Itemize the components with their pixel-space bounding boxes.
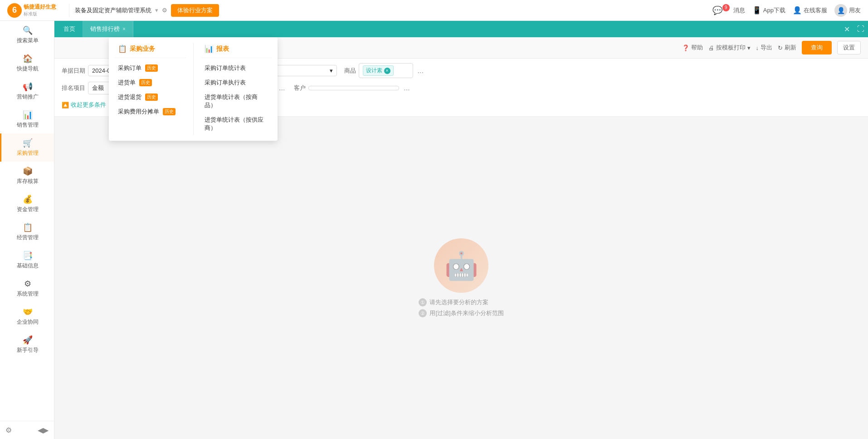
goods-tag-close[interactable]: ×: [384, 68, 390, 74]
export-icon: ↓: [756, 44, 759, 51]
empty-hint-1: ① 请先选择要分析的方案: [419, 298, 503, 306]
po-stat-label: 采购订单统计表: [205, 64, 246, 72]
basic-icon: 📑: [23, 251, 33, 261]
sidebar-item-sales[interactable]: 📊 销售管理: [0, 105, 54, 133]
operation-icon: 📋: [23, 222, 33, 232]
sidebar-collab-label: 企业协同: [17, 318, 39, 326]
tab-close-icon[interactable]: ×: [122, 26, 126, 32]
sidebar-item-collab[interactable]: 🤝 企业协同: [0, 302, 54, 330]
tab-expand-btn[interactable]: ⛶: [855, 23, 866, 35]
dropdown-col1-title: 📋 采购业务: [114, 43, 186, 58]
hint-text-1: 请先选择要分析的方案: [429, 298, 488, 306]
customer-more-btn[interactable]: ...: [402, 84, 411, 92]
goods-control[interactable]: 设计素 ×: [359, 63, 413, 78]
industry-button[interactable]: 体验行业方案: [171, 4, 219, 17]
sidebar-purchase-label: 采购管理: [17, 149, 39, 157]
sidebar-item-operation[interactable]: 📋 经营管理: [0, 218, 54, 246]
dropdown-item-receipt-stat-goods[interactable]: 进货单统计表（按商品）: [201, 90, 273, 113]
customer-filter: 客户 ...: [294, 84, 411, 92]
dropdown-item-receipt[interactable]: 进货单 历史: [114, 75, 186, 90]
empty-hint-2: ② 用[过滤]条件来缩小分析范围: [419, 309, 503, 317]
sidebar-item-quicknav[interactable]: 🏠 快捷导航: [0, 49, 54, 77]
tab-close-btn[interactable]: ✕: [842, 23, 852, 35]
dropdown-item-receipt-stat-supplier[interactable]: 进货单统计表（按供应商）: [201, 113, 273, 135]
dropdown-item-expense[interactable]: 采购费用分摊单 历史: [114, 104, 186, 119]
dropdown-col-purchase: 📋 采购业务 采购订单 历史 进货单 历史 进货退货 历史: [109, 43, 191, 135]
dropdown-item-po-exec[interactable]: 采购订单执行表: [201, 75, 273, 90]
hint-num-1: ①: [419, 298, 427, 306]
return-hist-badge: 历史: [145, 94, 158, 101]
top-bar: 6 畅捷通好生意 标准版 装备及固定资产辅助管理系统 ▾ ⚙ 体验行业方案 💬 …: [0, 0, 868, 21]
help-button[interactable]: ❓ 帮助: [682, 44, 703, 52]
message-label: 消息: [733, 6, 745, 15]
logo-icon: 6: [7, 3, 22, 18]
query-button[interactable]: 查询: [802, 41, 832, 54]
collapse-icon: 🔼: [62, 102, 69, 109]
logo-name: 畅捷通好生意: [24, 3, 56, 11]
dropdown-item-po[interactable]: 采购订单 历史: [114, 61, 186, 75]
dropdown-item-return[interactable]: 进货退货 历史: [114, 90, 186, 104]
dropdown-divider: [193, 43, 194, 135]
message-badge: 9: [722, 4, 730, 11]
sidebar-collapse-btn[interactable]: ◀▶: [38, 426, 49, 434]
message-button[interactable]: 💬 9 消息: [712, 5, 745, 15]
dropdown-item-po-stat[interactable]: 采购订单统计表: [201, 61, 273, 75]
dropdown-col2-title: 📊 报表: [201, 43, 273, 58]
tab-sales-rank[interactable]: 销售排行榜 ×: [83, 21, 133, 37]
export-button[interactable]: ↓ 导出: [756, 44, 773, 52]
sidebar-item-system[interactable]: ⚙ 系统管理: [0, 274, 54, 302]
help-icon: ❓: [682, 44, 689, 51]
content-area: 首页 销售排行榜 × ✕ ⛶ ❓ 帮助: [54, 21, 868, 439]
po-label: 采购订单: [118, 64, 141, 72]
sidebar-item-finance[interactable]: 💰 资金管理: [0, 190, 54, 218]
receipt-label: 进货单: [118, 79, 136, 87]
app-download-button[interactable]: 📱 App下载: [752, 6, 785, 15]
hint-num-2: ②: [419, 309, 427, 317]
goods-label: 商品: [344, 67, 356, 75]
empty-icon: 🤖: [434, 238, 488, 293]
guide-icon: 🚀: [23, 335, 33, 345]
sidebar-operation-label: 经营管理: [17, 234, 39, 242]
app-download-label: App下载: [763, 6, 785, 15]
system-icon: ⚙: [24, 279, 31, 289]
topbar-settings-icon[interactable]: ⚙: [158, 4, 171, 17]
sidebar-item-inventory[interactable]: 📦 库存核算: [0, 162, 54, 190]
salesman-more-btn[interactable]: ...: [277, 84, 287, 92]
report-col-label: 报表: [216, 45, 229, 53]
sidebar-settings-btn[interactable]: ⚙: [5, 426, 12, 434]
customer-label: 客户: [294, 84, 306, 92]
sidebar-item-search[interactable]: 🔍 搜索菜单: [0, 21, 54, 49]
sidebar-basic-label: 基础信息: [17, 262, 39, 270]
empty-hints: ① 请先选择要分析的方案 ② 用[过滤]条件来缩小分析范围: [419, 298, 503, 317]
expense-hist-badge: 历史: [163, 108, 176, 115]
receipt-stat-goods-label: 进货单统计表（按商品）: [205, 93, 269, 109]
sidebar-system-label: 系统管理: [17, 290, 39, 298]
goods-filter: 商品 设计素 × ...: [344, 63, 425, 78]
sidebar-item-basic[interactable]: 📑 基础信息: [0, 246, 54, 274]
goods-tag: 设计素 ×: [363, 65, 394, 76]
collapse-label: 收起更多条件: [71, 101, 106, 109]
online-service-button[interactable]: 👤 在线客服: [793, 6, 827, 15]
help-label: 帮助: [691, 44, 703, 52]
refresh-label: 刷新: [785, 44, 796, 52]
print-icon: 🖨: [708, 44, 714, 51]
goods-tag-text: 设计素: [366, 67, 382, 74]
refresh-button[interactable]: ↻ 刷新: [778, 44, 796, 52]
sidebar-item-marketing[interactable]: 📢 营销推广: [0, 77, 54, 105]
purchase-dropdown-menu: 📋 采购业务 采购订单 历史 进货单 历史 进货退货 历史: [109, 37, 278, 141]
main-area: 🔍 搜索菜单 🏠 快捷导航 📢 营销推广 📊 销售管理 🛒 采购管理 📦: [0, 21, 868, 439]
system-dropdown-icon[interactable]: ▾: [155, 7, 158, 14]
sidebar-item-purchase[interactable]: 🛒 采购管理: [0, 133, 54, 162]
hint-text-2: 用[过滤]条件来缩小分析范围: [429, 309, 503, 317]
tab-home[interactable]: 首页: [56, 21, 83, 37]
sidebar-sales-label: 销售管理: [17, 121, 39, 129]
print-button[interactable]: 🖨 按模板打印 ▾: [708, 44, 751, 52]
customer-control[interactable]: [308, 86, 399, 90]
logo-area[interactable]: 6 畅捷通好生意 标准版: [7, 3, 56, 18]
export-label: 导出: [761, 44, 772, 52]
user-button[interactable]: 👤 用友: [834, 4, 861, 17]
settings-button[interactable]: 设置: [837, 41, 861, 54]
tab-home-label: 首页: [63, 25, 75, 33]
goods-more-btn[interactable]: ...: [416, 67, 425, 75]
sidebar-item-guide[interactable]: 🚀 新手引导: [0, 330, 54, 359]
